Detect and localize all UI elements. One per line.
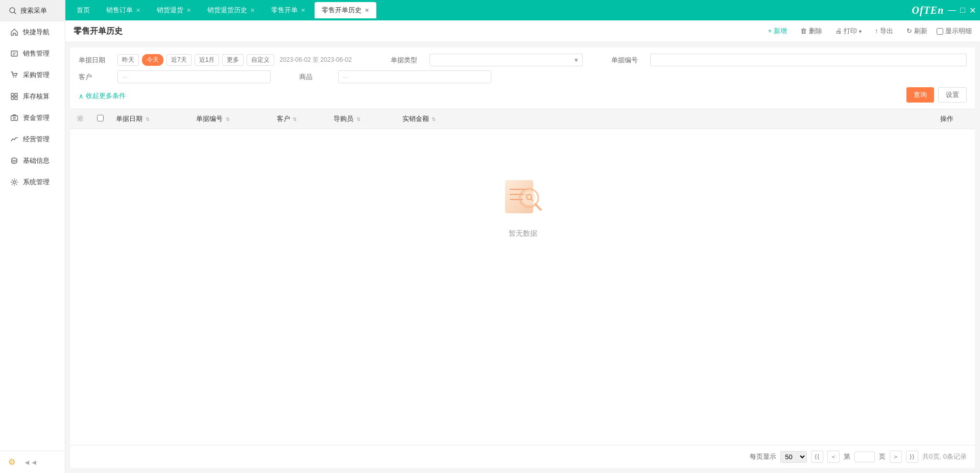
th-settings[interactable] (70, 109, 91, 129)
th-amount-label: 实销金额 (402, 115, 429, 122)
sidebar-item-operation[interactable]: 经营管理 (0, 129, 65, 150)
type-filter-select[interactable]: ▾ (429, 54, 583, 66)
goods-filter-dots: ··· (343, 73, 487, 81)
tab-sales-order-close[interactable]: ✕ (136, 7, 140, 14)
date-btn-yesterday[interactable]: 昨天 (117, 54, 139, 66)
th-number-label: 单据编号 (196, 115, 223, 122)
first-page-btn[interactable]: ⟨⟨ (811, 451, 823, 463)
tab-home-label: 首页 (77, 6, 90, 15)
sidebar-search[interactable]: 搜索采单 (0, 0, 65, 21)
th-salesperson[interactable]: 导购员 ⇅ (327, 109, 396, 129)
th-salesperson-label: 导购员 (333, 115, 353, 122)
table-container: 单据日期 ⇅ 单据编号 ⇅ 客户 ⇅ 导购员 ⇅ (70, 109, 975, 445)
tab-retail-open-history[interactable]: 零售开单历史 ✕ (315, 2, 376, 18)
page-word: 第 (844, 452, 850, 461)
purchase-icon (10, 70, 19, 80)
query-button[interactable]: 查询 (906, 87, 934, 103)
th-number[interactable]: 单据编号 ⇅ (190, 109, 270, 129)
sidebar-item-sales-mgmt[interactable]: 销售管理 (0, 43, 65, 64)
sidebar-item-inventory[interactable]: 库存核算 (0, 86, 65, 107)
collapse-sidebar-icon[interactable]: ◄◄ (23, 458, 38, 466)
date-btn-custom[interactable]: 自定义 (247, 54, 274, 66)
finance-icon (10, 113, 19, 122)
select-all-checkbox[interactable] (97, 115, 104, 121)
tab-retail-open-label: 零售开单 (271, 6, 298, 15)
tab-sales-return-history-close[interactable]: ✕ (250, 7, 255, 14)
type-filter-placeholder (434, 56, 575, 64)
prev-page-btn[interactable]: ＜ (827, 451, 840, 463)
th-date[interactable]: 单据日期 ⇅ (110, 109, 190, 129)
customer-filter-dots: ··· (122, 73, 266, 81)
type-filter-label: 单据类型 (391, 56, 421, 65)
display-toggle[interactable]: 显示明细 (937, 27, 972, 36)
add-button[interactable]: + 新增 (764, 24, 791, 38)
customer-filter-select[interactable]: ··· (117, 70, 271, 83)
last-page-btn[interactable]: ⟩⟩ (906, 451, 918, 463)
sidebar-item-label: 库存核算 (23, 92, 50, 101)
date-btn-7days[interactable]: 近7天 (166, 54, 192, 66)
window-minimize[interactable]: — (948, 6, 956, 15)
number-filter-label: 单据编号 (611, 56, 642, 65)
page-size-select[interactable]: 50 10 20 100 (780, 451, 807, 463)
display-toggle-checkbox[interactable] (937, 28, 943, 35)
th-customer[interactable]: 客户 ⇅ (271, 109, 328, 129)
sidebar-item-base-info[interactable]: 基础信息 (0, 150, 65, 171)
sidebar-item-purchase-mgmt[interactable]: 采购管理 (0, 64, 65, 86)
sales-icon (10, 49, 19, 58)
search-icon (8, 6, 17, 15)
content-area: 单据日期 昨天 今天 近7天 近1月 更多 自定义 2023-06-02 至 2… (70, 47, 975, 468)
page-unit: 页 (879, 452, 886, 461)
tab-sales-return-history[interactable]: 销货退货历史 ✕ (200, 2, 262, 18)
delete-button[interactable]: 🗑 删除 (796, 24, 826, 38)
svg-point-13 (12, 158, 17, 161)
operation-icon (10, 135, 19, 144)
settings-button[interactable]: 设置 (938, 87, 967, 103)
svg-line-22 (535, 204, 541, 210)
next-page-btn[interactable]: ＞ (890, 451, 902, 463)
tab-sales-order-label: 销售订单 (106, 6, 133, 15)
svg-rect-2 (11, 51, 17, 56)
svg-point-6 (15, 77, 16, 78)
collapse-filter-btn[interactable]: ∧ 收起更多条件 (79, 91, 126, 101)
th-checkbox[interactable] (91, 109, 110, 129)
th-salesperson-sort-icon: ⇅ (356, 116, 361, 122)
refresh-button[interactable]: ↻ 刷新 (902, 24, 931, 38)
window-maximize[interactable]: □ (960, 6, 965, 15)
tab-bar: 首页 销售订单 ✕ 销货退货 ✕ 销货退货历史 ✕ 零售开单 ✕ 零售开单历史 … (65, 0, 980, 20)
empty-state-icon (492, 170, 554, 221)
tab-sales-order[interactable]: 销售订单 ✕ (99, 2, 148, 18)
date-options: 昨天 今天 近7天 近1月 更多 自定义 2023-06-02 至 2023-0… (117, 54, 352, 66)
th-customer-label: 客户 (277, 115, 290, 122)
tab-sales-return-close[interactable]: ✕ (186, 7, 191, 14)
sidebar-item-quick-nav[interactable]: 快捷导航 (0, 21, 65, 43)
th-amount[interactable]: 实销金额 ⇅ (396, 109, 934, 129)
toolbar-actions: + 新增 🗑 删除 🖨 打印 ▾ ↑ 导出 ↻ 刷新 显示明细 (764, 24, 972, 38)
date-btn-1month[interactable]: 近1月 (195, 54, 220, 66)
tab-sales-return[interactable]: 销货退货 ✕ (150, 2, 198, 18)
tab-bar-right: OfTEn — □ ✕ (912, 5, 976, 16)
tab-retail-open-history-close[interactable]: ✕ (365, 7, 369, 14)
tab-retail-open-close[interactable]: ✕ (301, 7, 305, 14)
sidebar-item-label: 系统管理 (23, 178, 50, 187)
page-size-label: 每页显示 (750, 452, 776, 461)
export-button[interactable]: ↑ 导出 (871, 24, 897, 38)
settings-bottom-icon[interactable]: ⚙ (8, 457, 15, 467)
print-button[interactable]: 🖨 打印 ▾ (831, 24, 866, 38)
base-icon (10, 156, 19, 165)
th-date-label: 单据日期 (116, 115, 142, 122)
tab-retail-open[interactable]: 零售开单 ✕ (264, 2, 313, 18)
svg-point-5 (13, 77, 14, 78)
goods-filter-select[interactable]: ··· (338, 70, 491, 83)
date-btn-more[interactable]: 更多 (222, 54, 244, 66)
filter-action-btns: 查询 设置 (906, 87, 967, 103)
brand-label: OfTEn (912, 5, 944, 16)
date-btn-today[interactable]: 今天 (142, 54, 163, 66)
svg-point-15 (79, 117, 81, 119)
window-close[interactable]: ✕ (969, 6, 976, 15)
sidebar-item-finance[interactable]: 资金管理 (0, 107, 65, 129)
tab-home[interactable]: 首页 (69, 2, 97, 18)
current-page-input[interactable]: 1 (854, 452, 875, 462)
sidebar-item-sys-mgmt[interactable]: 系统管理 (0, 171, 65, 193)
number-filter-input[interactable] (650, 54, 967, 66)
display-toggle-label: 显示明细 (945, 27, 972, 36)
